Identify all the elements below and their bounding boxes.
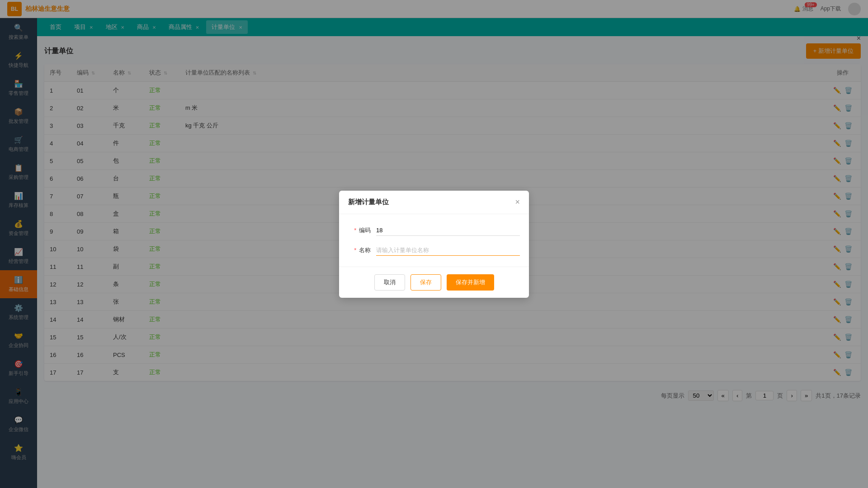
cancel-button[interactable]: 取消 xyxy=(374,274,405,291)
modal-overlay[interactable]: 新增计量单位 × * 编码 * 名称 取消 保存 保存并新增 xyxy=(0,0,868,488)
name-input[interactable] xyxy=(376,245,520,256)
save-button[interactable]: 保存 xyxy=(410,274,441,291)
modal-body: * 编码 * 名称 xyxy=(339,214,529,267)
save-and-new-button[interactable]: 保存并新增 xyxy=(447,274,494,291)
required-star-name: * xyxy=(354,247,356,253)
code-input[interactable] xyxy=(376,225,520,236)
add-unit-modal: 新增计量单位 × * 编码 * 名称 取消 保存 保存并新增 xyxy=(339,191,529,298)
required-star-code: * xyxy=(354,227,356,234)
code-form-row: * 编码 xyxy=(348,225,520,236)
modal-header: 新增计量单位 × xyxy=(339,191,529,214)
modal-footer: 取消 保存 保存并新增 xyxy=(339,267,529,298)
name-form-row: * 名称 xyxy=(348,245,520,256)
name-label: * 名称 xyxy=(348,246,371,254)
modal-title: 新增计量单位 xyxy=(348,198,389,206)
modal-close-button[interactable]: × xyxy=(515,198,520,206)
code-label: * 编码 xyxy=(348,226,371,235)
